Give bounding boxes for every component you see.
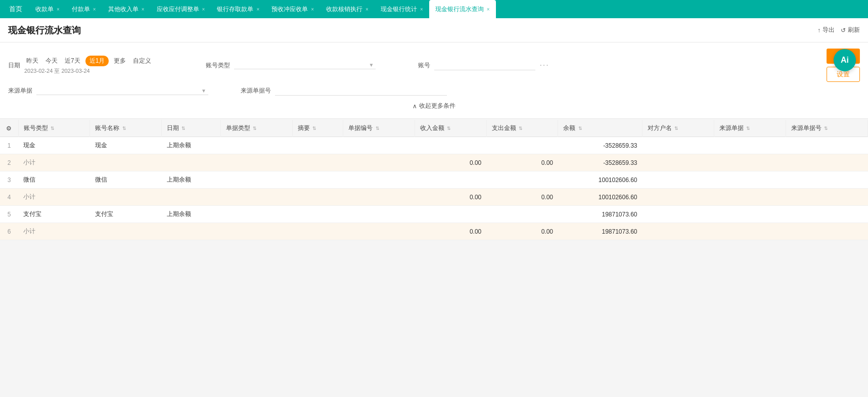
close-icon[interactable]: × <box>256 7 259 12</box>
close-icon[interactable]: × <box>366 7 369 12</box>
source-doc-filter-group: 来源单据 ▼ <box>8 86 208 95</box>
th-date[interactable]: 日期 ⇅ <box>162 120 221 137</box>
cell-source_doc_no <box>786 206 867 223</box>
collapse-bar[interactable]: ∧ 收起更多条件 <box>8 100 860 112</box>
close-icon[interactable]: × <box>93 7 96 12</box>
cell-source_doc_no <box>786 189 867 206</box>
nav-item-adjustments[interactable]: 应收应付调整单 × <box>151 0 211 18</box>
th-balance[interactable]: 余额 ⇅ <box>558 120 643 137</box>
close-icon[interactable]: × <box>311 7 314 12</box>
date-yesterday[interactable]: 昨天 <box>24 56 40 66</box>
cell-summary <box>292 154 343 171</box>
th-counterparty[interactable]: 对方户名 ⇅ <box>643 120 714 137</box>
cell-account_name: 支付宝 <box>90 206 162 223</box>
nav-item-advance-offset[interactable]: 预收冲应收单 × <box>265 0 320 18</box>
sort-arrows-icon: ⇅ <box>578 126 582 131</box>
date-custom[interactable]: 自定义 <box>131 56 153 66</box>
cell-num: 2 <box>0 154 18 171</box>
cell-counterparty <box>643 154 714 171</box>
close-icon[interactable]: × <box>202 7 205 12</box>
cell-expense: 0.00 <box>486 189 558 206</box>
cell-account_name: 现金 <box>90 137 162 154</box>
date-7days[interactable]: 近7天 <box>63 56 82 66</box>
th-gear[interactable]: ⚙ <box>0 120 18 137</box>
nav-item-bank-deposits[interactable]: 银行存取款单 × <box>211 0 265 18</box>
th-source-doc[interactable]: 来源单据 ⇅ <box>714 120 786 137</box>
nav-home[interactable]: 首页 <box>2 0 29 18</box>
cell-counterparty <box>643 223 714 240</box>
date-more[interactable]: 更多 <box>112 56 128 66</box>
table-row: 6小计0.000.0019871073.60 <box>0 223 868 240</box>
ai-badge[interactable]: Ai <box>834 49 856 71</box>
account-type-select[interactable]: ▼ <box>234 61 376 69</box>
th-summary[interactable]: 摘要 ⇅ <box>292 120 343 137</box>
source-doc-label: 来源单据 <box>8 86 32 95</box>
th-doc-no[interactable]: 单据编号 ⇅ <box>343 120 415 137</box>
account-more-button[interactable]: ··· <box>539 61 549 70</box>
page-header: 现金银行流水查询 ↑ 导出 ↺ 刷新 <box>0 18 868 42</box>
account-input[interactable] <box>436 62 533 69</box>
cell-source_doc_no <box>786 223 867 240</box>
table-row: 5支付宝支付宝上期余额19871073.60 <box>0 206 868 223</box>
nav-item-receipt-exec[interactable]: 收款核销执行 × <box>320 0 375 18</box>
date-today[interactable]: 今天 <box>43 56 60 66</box>
th-expense[interactable]: 支出金额 ⇅ <box>486 120 558 137</box>
th-doc-type[interactable]: 单据类型 ⇅ <box>221 120 293 137</box>
cell-account_name <box>90 154 162 171</box>
cell-date <box>162 223 221 240</box>
cell-income: 0.00 <box>415 154 486 171</box>
th-income[interactable]: 收入金额 ⇅ <box>415 120 486 137</box>
sort-arrows-icon: ⇅ <box>674 126 678 131</box>
header-actions: ↑ 导出 ↺ 刷新 <box>817 26 860 34</box>
date-1month[interactable]: 近1月 <box>85 56 109 66</box>
cell-source_doc <box>714 171 786 189</box>
th-account-name[interactable]: 账号名称 ⇅ <box>90 120 162 137</box>
sort-arrows-icon: ⇅ <box>122 126 126 131</box>
cell-account_type: 微信 <box>18 171 90 189</box>
cell-income <box>415 137 486 154</box>
table-row: 2小计0.000.00-3528659.33 <box>0 154 868 171</box>
cell-doc_type <box>221 189 293 206</box>
sort-arrows-icon: ⇅ <box>253 126 257 131</box>
cell-doc_type <box>221 154 293 171</box>
cell-balance: 19871073.60 <box>558 223 643 240</box>
refresh-button[interactable]: ↺ 刷新 <box>841 26 860 34</box>
source-doc-select[interactable]: ▼ <box>36 87 208 95</box>
table-row: 4小计0.000.00100102606.60 <box>0 189 868 206</box>
account-filter-group: 账号 ··· <box>418 61 549 70</box>
cell-income: 0.00 <box>415 189 486 206</box>
nav-item-payments[interactable]: 付款单 × <box>66 0 102 18</box>
cell-source_doc_no <box>786 171 867 189</box>
cell-doc_type <box>221 223 293 240</box>
cell-account_type: 现金 <box>18 137 90 154</box>
filter-row-2: 来源单据 ▼ 来源单据号 <box>8 86 860 96</box>
sort-arrows-icon: ⇅ <box>824 126 828 131</box>
sort-arrows-icon: ⇅ <box>447 126 451 131</box>
sort-arrows-icon: ⇅ <box>51 126 55 131</box>
cell-doc_no <box>343 223 415 240</box>
cell-doc_type <box>221 171 293 189</box>
nav-item-bank-stats[interactable]: 现金银行统计 × <box>375 0 429 18</box>
nav-item-receipts[interactable]: 收款单 × <box>29 0 66 18</box>
source-doc-no-input[interactable] <box>277 87 445 94</box>
close-icon[interactable]: × <box>487 7 490 12</box>
th-account-type[interactable]: 账号类型 ⇅ <box>18 120 90 137</box>
nav-item-bank-flow[interactable]: 现金银行流水查询 × <box>429 0 496 18</box>
close-icon[interactable]: × <box>142 7 145 12</box>
cell-account_name <box>90 223 162 240</box>
filter-area: 日期 昨天 今天 近7天 近1月 更多 自定义 2023-02-24 至 202… <box>0 42 868 119</box>
gear-icon[interactable]: ⚙ <box>6 125 12 132</box>
cell-income <box>415 171 486 189</box>
cell-summary <box>292 206 343 223</box>
cell-date: 上期余额 <box>162 171 221 189</box>
cell-num: 5 <box>0 206 18 223</box>
date-label: 日期 <box>8 61 20 70</box>
close-icon[interactable]: × <box>420 7 423 12</box>
nav-item-other-income[interactable]: 其他收入单 × <box>102 0 151 18</box>
close-icon[interactable]: × <box>57 7 60 12</box>
th-source-doc-no[interactable]: 来源单据号 ⇅ <box>786 120 867 137</box>
cell-counterparty <box>643 137 714 154</box>
export-button[interactable]: ↑ 导出 <box>817 26 835 34</box>
cell-source_doc <box>714 206 786 223</box>
table-header-row: ⚙ 账号类型 ⇅ 账号名称 ⇅ 日期 ⇅ 单据类型 ⇅ <box>0 120 868 137</box>
